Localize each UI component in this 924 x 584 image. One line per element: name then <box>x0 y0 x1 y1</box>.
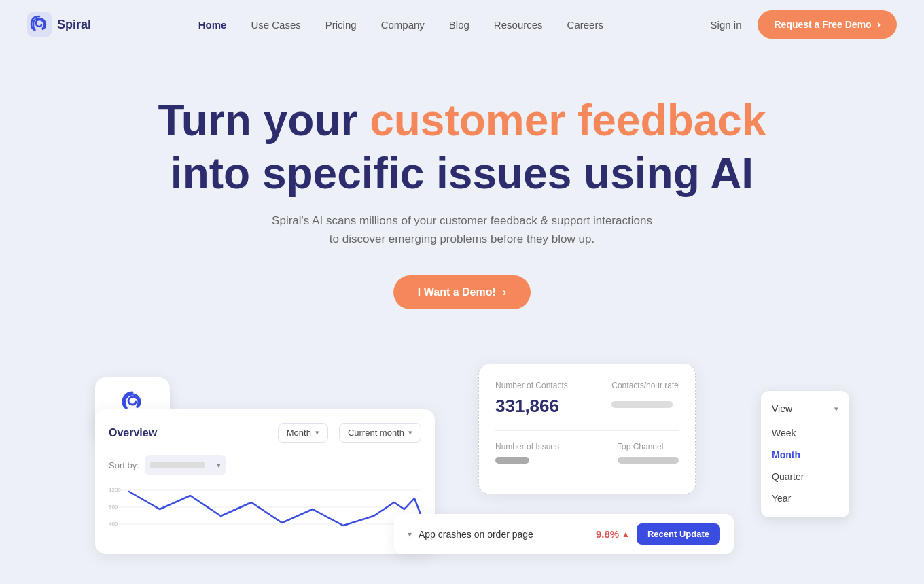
dashboard-header: Overview Month ▾ Current month ▾ <box>109 423 421 443</box>
chart-svg: 1200 800 400 <box>109 483 421 538</box>
spiral-logo-icon <box>27 12 52 37</box>
sort-label: Sort by: <box>109 460 139 470</box>
contacts-stat: Number of Contacts 331,866 <box>495 381 568 417</box>
sort-select-arrow-icon: ▾ <box>217 461 221 470</box>
nav-link-pricing[interactable]: Pricing <box>325 19 357 31</box>
svg-text:1200: 1200 <box>109 487 121 493</box>
dashboard-main-card: Overview Month ▾ Current month ▾ Sort by… <box>95 409 435 554</box>
contacts-rate-bar <box>611 401 673 408</box>
dashboard-chart: 1200 800 400 <box>109 483 421 540</box>
month-dropdown-arrow-icon: ▾ <box>315 428 319 437</box>
contacts-label: Number of Contacts <box>495 381 568 390</box>
bottom-issue-bar: ▾ App crashes on order page 9.8% ▲ Recen… <box>394 514 734 554</box>
period-dropdown-arrow-icon: ▾ <box>408 428 412 437</box>
stats-divider <box>495 430 679 431</box>
hero-plain-text: Turn your <box>158 96 370 145</box>
signin-link[interactable]: Sign in <box>711 19 742 31</box>
navigation: Spiral Home Use Cases Pricing Company Bl… <box>0 0 924 49</box>
dashboard-title: Overview <box>109 427 267 439</box>
view-dropdown-card: View ▾ Week Month Quarter Year <box>761 391 849 517</box>
svg-text:800: 800 <box>109 504 118 510</box>
stats-row-bottom: Number of Issues Top Channel <box>495 442 679 464</box>
view-option-week[interactable]: Week <box>761 422 849 444</box>
nav-link-resources[interactable]: Resources <box>494 19 543 31</box>
nav-links: Home Use Cases Pricing Company Blog Reso… <box>198 19 603 31</box>
dashboard-preview: Spiral Overview Month ▾ Current month ▾ … <box>54 364 870 554</box>
recent-update-button[interactable]: Recent Update <box>637 523 720 545</box>
stats-card: Number of Contacts 331,866 Contacts/hour… <box>478 364 696 494</box>
sort-row: Sort by: ▾ <box>109 455 421 475</box>
hero-subtitle: Spiral's AI scans millions of your custo… <box>231 211 693 248</box>
month-dropdown[interactable]: Month ▾ <box>278 423 328 443</box>
nav-link-usecases[interactable]: Use Cases <box>251 19 300 31</box>
view-dropdown-arrow-icon: ▾ <box>834 405 838 413</box>
nav-right: Sign in Request a Free Demo › <box>711 10 897 39</box>
svg-text:400: 400 <box>109 521 118 527</box>
view-option-year[interactable]: Year <box>761 487 849 509</box>
contacts-rate-label: Contacts/hour rate <box>611 381 679 390</box>
pct-up-arrow-icon: ▲ <box>622 530 630 539</box>
stats-row-top: Number of Contacts 331,866 Contacts/hour… <box>495 381 679 417</box>
top-channel-label: Top Channel <box>618 442 679 451</box>
nav-link-careers[interactable]: Careers <box>567 19 603 31</box>
request-demo-button[interactable]: Request a Free Demo › <box>758 10 897 39</box>
hero-btn-arrow-icon: › <box>503 286 506 298</box>
cta-arrow-icon: › <box>877 18 881 31</box>
issues-label: Number of Issues <box>495 442 559 451</box>
top-channel-stat: Top Channel <box>618 442 679 464</box>
contacts-value: 331,866 <box>495 396 568 417</box>
hero-orange-customer: customer <box>370 96 565 145</box>
nav-link-company[interactable]: Company <box>381 19 425 31</box>
nav-link-home[interactable]: Home <box>198 19 227 31</box>
view-option-month[interactable]: Month <box>761 444 849 466</box>
view-option-quarter[interactable]: Quarter <box>761 466 849 487</box>
top-channel-bar <box>618 457 679 464</box>
hero-section: Turn your customer feedback into specifi… <box>0 49 924 343</box>
brand-name: Spiral <box>57 18 91 32</box>
bottom-bar-percentage: 9.8% ▲ <box>596 528 630 540</box>
hero-cta-button[interactable]: I Want a Demo! › <box>393 275 531 309</box>
hero-title: Turn your customer feedback into specifi… <box>27 97 897 198</box>
issues-bar <box>495 457 529 464</box>
bottom-bar-chevron-icon: ▾ <box>408 530 412 539</box>
view-dropdown-header: View ▾ <box>761 399 849 422</box>
hero-title-line2: into specific issues using AI <box>171 149 753 198</box>
logo[interactable]: Spiral <box>27 12 91 37</box>
period-dropdown[interactable]: Current month ▾ <box>339 423 421 443</box>
issues-stat: Number of Issues <box>495 442 559 464</box>
contacts-rate-stat: Contacts/hour rate <box>611 381 679 417</box>
hero-orange-feedback: feedback <box>578 96 766 145</box>
bottom-bar-issue-label: App crashes on order page <box>419 529 589 540</box>
nav-link-blog[interactable]: Blog <box>449 19 469 31</box>
hero-title-line1: Turn your customer feedback <box>27 97 897 144</box>
sort-select[interactable]: ▾ <box>145 455 226 475</box>
